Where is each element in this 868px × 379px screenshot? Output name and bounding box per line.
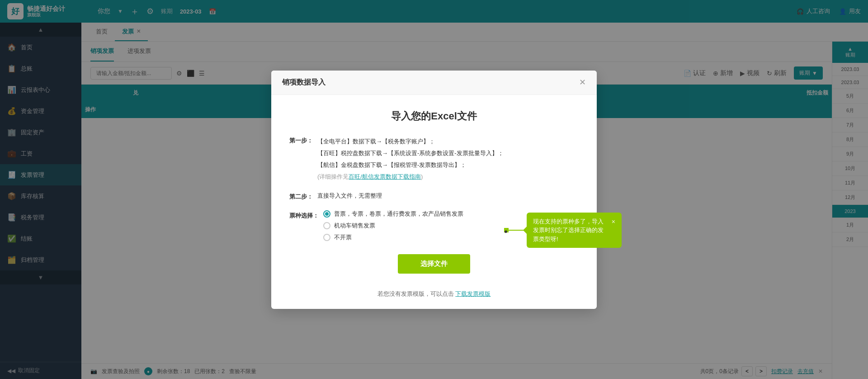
radio-option-1[interactable]: 普票，专票，卷票，通行费发票，农产品销售发票	[323, 210, 463, 218]
radio-option-2[interactable]: 机动车销售发票 ● × 现在支持的票种多了，导入发票时别忘了选择正确的发票类型呀…	[323, 222, 463, 230]
step1-line3: 【航信】金税盘数据下载→【报税管理-发票数据导出】；	[317, 159, 504, 171]
footer-text: 若您没有发票模版，可以点击	[377, 290, 454, 297]
radio-label-3: 不开票	[334, 233, 352, 242]
step2-content: 直接导入文件，无需整理	[317, 192, 382, 200]
step1-line1: 【全电平台】数据下载→【税务数字账户】；	[317, 136, 504, 147]
tooltip-dot: ●	[504, 228, 509, 232]
guide-link[interactable]: 百旺/航信发票数据下载指南	[349, 173, 421, 180]
step2-section: 第二步： 直接导入文件，无需整理	[289, 192, 579, 201]
step1-link: (详细操作见百旺/航信发票数据下载指南)	[317, 171, 504, 183]
radio-label-1: 普票，专票，卷票，通行费发票，农产品销售发票	[334, 210, 463, 218]
download-template-link[interactable]: 下载发票模版	[455, 290, 491, 297]
radio-circle-2	[323, 222, 330, 229]
ticket-label: 票种选择：	[289, 210, 319, 220]
dialog-title: 销项数据导入	[282, 78, 326, 87]
ticket-section: 票种选择： 普票，专票，卷票，通行费发票，农产品销售发票 机动车销售发票	[289, 210, 579, 242]
dialog-footer: 若您没有发票模版，可以点击 下载发票模版	[271, 284, 597, 309]
dialog-body: 导入您的Excel文件 第一步： 【全电平台】数据下载→【税务数字账户】； 【百…	[271, 95, 597, 284]
radio-option-3[interactable]: 不开票	[323, 233, 463, 242]
step1-label: 第一步：	[289, 136, 313, 145]
ticket-row: 票种选择： 普票，专票，卷票，通行费发票，农产品销售发票 机动车销售发票	[289, 210, 579, 242]
dialog-main-title: 导入您的Excel文件	[289, 109, 579, 123]
step1-section: 第一步： 【全电平台】数据下载→【税务数字账户】； 【百旺】税控盘数据下载→【系…	[289, 136, 579, 183]
import-dialog: 销项数据导入 ✕ 导入您的Excel文件 第一步： 【全电平台】数据下载→【税务…	[271, 71, 597, 309]
step2-label: 第二步：	[289, 192, 313, 201]
step1-row: 第一步： 【全电平台】数据下载→【税务数字账户】； 【百旺】税控盘数据下载→【系…	[289, 136, 579, 183]
step2-row: 第二步： 直接导入文件，无需整理	[289, 192, 579, 201]
tooltip-container: ● × 现在支持的票种多了，导入发票时别忘了选择正确的发票类型呀!	[504, 213, 622, 248]
tooltip-text: 现在支持的票种多了，导入发票时别忘了选择正确的发票类型呀!	[533, 218, 604, 242]
tooltip-box: × 现在支持的票种多了，导入发票时别忘了选择正确的发票类型呀!	[527, 213, 622, 248]
select-file-button[interactable]: 选择文件	[398, 254, 470, 274]
step1-line2: 【百旺】税控盘数据下载→【系统设置-系统参数设置-发票批量导入】；	[317, 147, 504, 159]
radio-circle-3	[323, 234, 330, 241]
tooltip-close-button[interactable]: ×	[612, 217, 615, 227]
ticket-options: 普票，专票，卷票，通行费发票，农产品销售发票 机动车销售发票 ●	[323, 210, 463, 242]
radio-label-2: 机动车销售发票	[334, 222, 375, 230]
dialog-close-button[interactable]: ✕	[579, 78, 586, 86]
dialog-overlay: 销项数据导入 ✕ 导入您的Excel文件 第一步： 【全电平台】数据下载→【税务…	[0, 0, 868, 379]
step1-content: 【全电平台】数据下载→【税务数字账户】； 【百旺】税控盘数据下载→【系统设置-系…	[317, 136, 504, 183]
radio-circle-1	[323, 210, 330, 218]
step2-text: 直接导入文件，无需整理	[317, 192, 382, 199]
dialog-header: 销项数据导入 ✕	[271, 71, 597, 95]
